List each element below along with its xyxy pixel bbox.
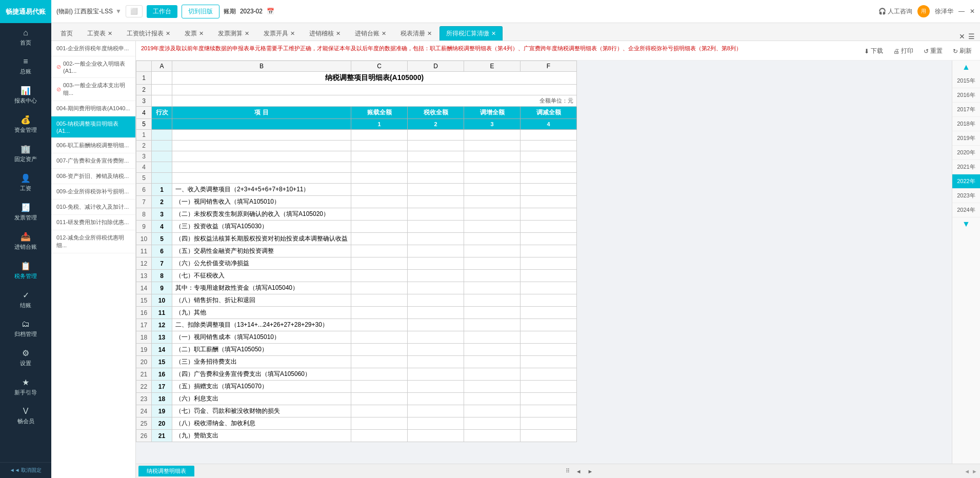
nav-left[interactable]: ◄ xyxy=(574,467,584,475)
cell-c[interactable] xyxy=(351,319,408,331)
left-panel-item-009[interactable]: 009-企业所得税弥补亏损明... xyxy=(51,184,135,200)
cell-f[interactable] xyxy=(521,405,577,417)
cell-d[interactable] xyxy=(408,196,464,208)
sidebar-item-capital[interactable]: 💰 资金管理 xyxy=(0,110,51,139)
left-panel-item-002[interactable]: ⊘ 002-一般企业收入明细表(A1... xyxy=(51,56,135,78)
cell-f[interactable] xyxy=(521,294,577,307)
tab-close-icon[interactable]: ✕ xyxy=(199,30,204,37)
sidebar-item-home[interactable]: ⌂ 首页 xyxy=(0,23,51,52)
cell-f[interactable] xyxy=(521,151,577,162)
cell-c[interactable] xyxy=(351,368,408,381)
cell-d[interactable] xyxy=(408,381,464,393)
cell-e[interactable] xyxy=(464,173,521,184)
nav-right[interactable]: ► xyxy=(586,467,595,475)
sidebar-item-settings[interactable]: ⚙ 设置 xyxy=(0,343,51,372)
sidebar-item-tax[interactable]: 📋 税务管理 xyxy=(0,256,51,285)
tab-invoice-open[interactable]: 发票开具 ✕ xyxy=(257,26,302,41)
cell-c[interactable] xyxy=(351,141,408,151)
cell-c[interactable] xyxy=(351,356,408,368)
cell-e[interactable] xyxy=(464,270,521,282)
cell-c[interactable] xyxy=(351,294,408,307)
cell-f[interactable] xyxy=(521,307,577,319)
cell-d[interactable] xyxy=(408,393,464,405)
cell-f[interactable] xyxy=(521,344,577,356)
left-panel-item-010[interactable]: 010-免税、减计收入及加计... xyxy=(51,200,135,215)
tab-income-tax[interactable]: 所得税汇算清缴 ✕ xyxy=(439,26,503,41)
cell-d[interactable] xyxy=(408,368,464,381)
year-2020[interactable]: 2020年 xyxy=(952,146,980,160)
tab-home[interactable]: 首页 xyxy=(54,26,79,41)
tab-close-icon[interactable]: ✕ xyxy=(166,30,170,37)
year-2024[interactable]: 2024年 xyxy=(952,203,980,217)
tab-payroll-stat[interactable]: 工资统计报表 ✕ xyxy=(120,26,177,41)
cell-e[interactable] xyxy=(464,245,521,257)
cell-e[interactable] xyxy=(464,319,521,331)
cell-e[interactable] xyxy=(464,307,521,319)
cell-f[interactable] xyxy=(521,270,577,282)
tab-menu-icon[interactable]: ☰ xyxy=(968,32,975,41)
duplicate-icon[interactable]: ⬜ xyxy=(126,5,143,17)
sidebar-item-invoice[interactable]: 🧾 发票管理 xyxy=(0,197,51,227)
cell-f[interactable] xyxy=(521,233,577,245)
tab-tax-clear[interactable]: 税表清册 ✕ xyxy=(394,26,438,41)
cell-c[interactable] xyxy=(351,282,408,294)
sidebar-item-import[interactable]: 📥 进销台账 xyxy=(0,227,51,256)
cell-e[interactable] xyxy=(464,381,521,393)
cell-e[interactable] xyxy=(464,130,521,141)
cell-e[interactable] xyxy=(464,257,521,270)
tab-close-icon[interactable]: ✕ xyxy=(427,30,432,37)
cell-f[interactable] xyxy=(521,141,577,151)
left-panel-item-012[interactable]: 012-减免企业所得税优惠明细... xyxy=(51,230,135,253)
tab-payroll[interactable]: 工资表 ✕ xyxy=(81,26,119,41)
tab-close-icon[interactable]: ✕ xyxy=(382,30,386,37)
sidebar-item-report[interactable]: 📊 报表中心 xyxy=(0,81,51,110)
cell-d[interactable] xyxy=(408,130,464,141)
left-panel-item-007[interactable]: 007-广告费和业务宣传费附... xyxy=(51,153,135,169)
left-panel-item-003[interactable]: ⊘ 003-一般企业成本支出明细... xyxy=(51,78,135,101)
refresh-button[interactable]: ↻ 刷新 xyxy=(950,45,975,57)
tab-close-icon[interactable]: ✕ xyxy=(336,30,341,37)
left-panel-item-008[interactable]: 008-资产折旧、摊销及纳税... xyxy=(51,169,135,184)
cell-d[interactable] xyxy=(408,307,464,319)
cell-c[interactable] xyxy=(351,221,408,233)
workspace-button[interactable]: 工作台 xyxy=(147,5,177,18)
cell-c[interactable] xyxy=(351,430,408,442)
cell-c[interactable] xyxy=(351,162,408,173)
year-2021[interactable]: 2021年 xyxy=(952,160,980,174)
cell-e[interactable] xyxy=(464,162,521,173)
cell-f[interactable] xyxy=(521,368,577,381)
cell-d[interactable] xyxy=(408,430,464,442)
cell-f[interactable] xyxy=(521,356,577,368)
scroll-left-arrow[interactable]: ◄ xyxy=(964,468,970,474)
cell-d[interactable] xyxy=(408,331,464,344)
cell-f[interactable] xyxy=(521,257,577,270)
tab-invoice-calc[interactable]: 发票测算 ✕ xyxy=(211,26,256,41)
sidebar-item-archive[interactable]: 🗂 归档管理 xyxy=(0,314,51,343)
company-selector[interactable]: (物副) 江西股宝-LSS ▼ xyxy=(56,7,122,16)
cell-e[interactable] xyxy=(464,233,521,245)
cell-e[interactable] xyxy=(464,184,521,196)
cell-e[interactable] xyxy=(464,344,521,356)
cell-c[interactable] xyxy=(351,331,408,344)
year-nav-down[interactable]: ▼ xyxy=(960,217,972,231)
sidebar-item-ledger[interactable]: ≡ 总账 xyxy=(0,52,51,81)
cell-e[interactable] xyxy=(464,294,521,307)
scroll-right-arrow[interactable]: ► xyxy=(972,468,977,474)
cell-c[interactable] xyxy=(351,381,408,393)
cell-d[interactable] xyxy=(408,294,464,307)
cell-f[interactable] xyxy=(521,417,577,430)
sidebar-item-guide[interactable]: ★ 新手引导 xyxy=(0,372,51,402)
cell-e[interactable] xyxy=(464,417,521,430)
cell-c[interactable] xyxy=(351,196,408,208)
cell-e[interactable] xyxy=(464,282,521,294)
cell-d[interactable] xyxy=(408,141,464,151)
cell-d[interactable] xyxy=(408,184,464,196)
cell-f[interactable] xyxy=(521,196,577,208)
cell-f[interactable] xyxy=(521,381,577,393)
cell-c[interactable] xyxy=(351,130,408,141)
cell-f[interactable] xyxy=(521,319,577,331)
cell-c[interactable] xyxy=(351,173,408,184)
cell-c[interactable] xyxy=(351,344,408,356)
cell-d[interactable] xyxy=(408,208,464,221)
tab-close-icon[interactable]: ✕ xyxy=(245,30,249,37)
